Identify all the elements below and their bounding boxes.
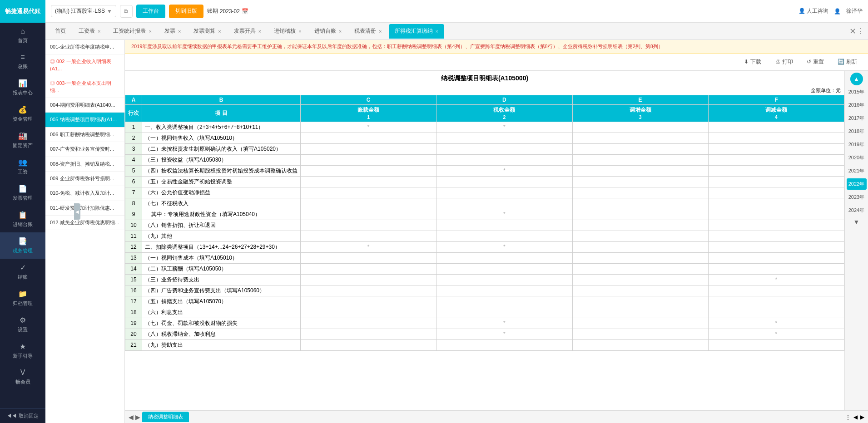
- sidebar-item-tax[interactable]: 📑 税务管理: [0, 232, 45, 259]
- row-c[interactable]: [301, 220, 436, 231]
- row-f[interactable]: [708, 307, 844, 318]
- left-item-007[interactable]: 007-广告费和业务宣传费时...: [45, 142, 124, 157]
- tab-income-tax[interactable]: 所得税汇算缴纳×: [389, 24, 444, 39]
- reset-button[interactable]: ↺ 重置: [802, 56, 828, 68]
- row-c[interactable]: [301, 329, 436, 339]
- row-f[interactable]: [708, 231, 844, 241]
- row-e[interactable]: [572, 252, 708, 263]
- row-c[interactable]: [301, 285, 436, 296]
- sidebar-item-salary[interactable]: 👥 工资: [0, 153, 45, 180]
- row-f[interactable]: [708, 285, 844, 296]
- row-d[interactable]: [436, 307, 572, 318]
- row-f[interactable]: [708, 198, 844, 209]
- row-f[interactable]: [708, 263, 844, 274]
- row-d[interactable]: [436, 198, 572, 209]
- row-item[interactable]: 一、收入类调整项目（2+3+4+5+6+7+8+10+11）: [142, 122, 301, 133]
- row-d[interactable]: [436, 220, 572, 231]
- left-item-011[interactable]: 011-研发费用加计扣除优惠...: [45, 201, 124, 216]
- row-c[interactable]: [301, 198, 436, 209]
- tab-invoice[interactable]: 发票×: [159, 24, 187, 39]
- panel-collapse-button[interactable]: ◀: [74, 203, 80, 220]
- row-f[interactable]: [708, 209, 844, 220]
- sidebar-item-reports[interactable]: 📊 报表中心: [0, 74, 45, 101]
- year-2015[interactable]: 2015年: [847, 86, 867, 98]
- year-nav-down[interactable]: ▼: [850, 217, 863, 227]
- year-nav-up[interactable]: ▲: [850, 73, 863, 85]
- row-e[interactable]: [572, 154, 708, 165]
- left-item-012[interactable]: 012-减免企业所得税优惠明细...: [45, 216, 124, 230]
- row-d[interactable]: [436, 274, 572, 285]
- year-2022[interactable]: 2022年: [847, 178, 867, 190]
- row-f[interactable]: [708, 133, 844, 143]
- row-c[interactable]: [301, 318, 436, 329]
- row-d[interactable]: [436, 285, 572, 296]
- row-d[interactable]: *: [436, 122, 572, 133]
- sidebar-item-guide[interactable]: ★ 新手引导: [0, 338, 45, 364]
- sidebar-item-close[interactable]: ✓ 结账: [0, 259, 45, 285]
- row-d[interactable]: [436, 176, 572, 187]
- tab-invoice-calc[interactable]: 发票测算×: [188, 24, 227, 39]
- row-c[interactable]: [301, 176, 436, 187]
- row-c[interactable]: [301, 231, 436, 241]
- tabbar-settings-icon[interactable]: ⋮: [857, 27, 864, 35]
- tab-close-icon[interactable]: ×: [178, 29, 181, 34]
- row-item[interactable]: （九）其他: [142, 231, 301, 241]
- row-e[interactable]: [572, 318, 708, 329]
- row-f[interactable]: [708, 339, 844, 350]
- copy-icon-btn[interactable]: ⧉: [120, 5, 133, 18]
- tabbar-close-all[interactable]: ✕: [849, 26, 856, 36]
- year-2020[interactable]: 2020年: [847, 152, 867, 163]
- sidebar-item-home[interactable]: ⌂ 首页: [0, 23, 45, 49]
- row-e[interactable]: [572, 241, 708, 252]
- row-e[interactable]: [572, 329, 708, 339]
- row-e[interactable]: [572, 296, 708, 307]
- row-f[interactable]: *: [708, 318, 844, 329]
- row-e[interactable]: [572, 339, 708, 350]
- tab-close-icon[interactable]: ×: [149, 29, 151, 34]
- row-d[interactable]: *: [436, 209, 572, 220]
- tab-close-icon[interactable]: ×: [98, 29, 100, 34]
- row-item[interactable]: （七）不征税收入: [142, 198, 301, 209]
- left-item-009[interactable]: 009-企业所得税弥补亏损明...: [45, 172, 124, 186]
- old-version-button[interactable]: 切到旧版: [169, 5, 203, 18]
- row-d[interactable]: [436, 154, 572, 165]
- row-c[interactable]: [301, 307, 436, 318]
- scroll-arrow-right[interactable]: ▶: [860, 414, 864, 420]
- left-item-008[interactable]: 008-资产折旧、摊销及纳税...: [45, 157, 124, 172]
- year-2018[interactable]: 2018年: [847, 126, 867, 137]
- left-item-010[interactable]: 010-免税、减计收入及加计...: [45, 186, 124, 201]
- print-button[interactable]: 🖨 打印: [770, 56, 798, 68]
- tab-close-icon[interactable]: ×: [339, 29, 342, 34]
- row-c[interactable]: [301, 263, 436, 274]
- year-2016[interactable]: 2016年: [847, 99, 867, 111]
- row-c[interactable]: [301, 133, 436, 143]
- row-d[interactable]: *: [436, 165, 572, 176]
- refresh-button[interactable]: 🔄 刷新: [833, 56, 862, 68]
- row-d[interactable]: [436, 339, 572, 350]
- sheet-nav-left[interactable]: ◀: [129, 413, 134, 421]
- row-d[interactable]: [436, 231, 572, 241]
- company-selector[interactable]: (物副) 江西股宝-LSS ▼: [51, 5, 116, 17]
- row-item[interactable]: （三）投资收益（填写A105030）: [142, 154, 301, 165]
- year-2017[interactable]: 2017年: [847, 113, 867, 124]
- row-item[interactable]: （八）销售折扣、折让和退回: [142, 220, 301, 231]
- row-e[interactable]: [572, 122, 708, 133]
- row-e[interactable]: [572, 165, 708, 176]
- row-item[interactable]: （二）未按权责发生制原则确认的收入（填写A105020）: [142, 143, 301, 154]
- row-e[interactable]: [572, 187, 708, 198]
- row-c[interactable]: [301, 187, 436, 198]
- scroll-arrow-left[interactable]: ◀: [853, 414, 858, 420]
- row-c[interactable]: [301, 143, 436, 154]
- row-c[interactable]: *: [301, 241, 436, 252]
- row-d[interactable]: [436, 187, 572, 198]
- row-f[interactable]: [708, 154, 844, 165]
- row-d[interactable]: *: [436, 329, 572, 339]
- year-2024[interactable]: 2024年: [847, 205, 867, 216]
- row-f[interactable]: [708, 143, 844, 154]
- row-f[interactable]: [708, 165, 844, 176]
- row-item[interactable]: （一）视同销售收入（填写A105010）: [142, 133, 301, 143]
- row-item[interactable]: （二）职工薪酬（填写A105050）: [142, 263, 301, 274]
- row-f[interactable]: [708, 252, 844, 263]
- workbench-button[interactable]: 工作台: [136, 5, 165, 18]
- row-c[interactable]: *: [301, 122, 436, 133]
